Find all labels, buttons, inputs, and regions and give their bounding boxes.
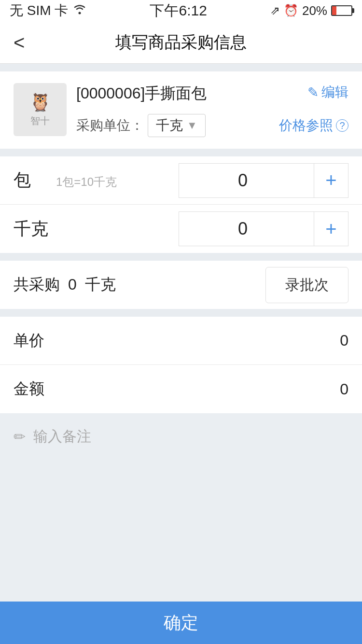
input-divider — [0, 253, 362, 261]
wifi-icon — [73, 3, 86, 18]
status-bar: 无 SIM 卡 下午6:12 ⇗ ⏰ 20% — [0, 0, 362, 21]
detail-section: 单价 0 金额 0 — [0, 317, 362, 413]
carrier-text: 无 SIM 卡 — [10, 1, 68, 20]
back-button[interactable]: < — [14, 33, 25, 52]
bag-input-right: + — [179, 163, 348, 198]
kg-input-row: 千克 + — [0, 205, 362, 253]
bag-input[interactable] — [179, 163, 314, 198]
bottom-space — [0, 460, 362, 605]
record-batch-button[interactable]: 录批次 — [265, 267, 348, 303]
product-info: [0000006]手撕面包 ✎ 编辑 采购单位： 千克 ▼ 价格参照 ? — [76, 83, 348, 137]
remark-placeholder: 输入备注 — [33, 427, 91, 447]
product-header: [0000006]手撕面包 ✎ 编辑 — [76, 83, 348, 104]
kg-input-right: + — [179, 211, 348, 246]
summary-section: 共采购 0 千克 录批次 — [0, 261, 362, 309]
kg-label: 千克 — [14, 217, 52, 241]
unit-price-row: 单价 0 — [0, 317, 362, 365]
product-unit-row: 采购单位： 千克 ▼ 价格参照 ? — [76, 114, 348, 137]
kg-plus-button[interactable]: + — [314, 211, 348, 246]
input-section: 包 1包=10千克 + 千克 + — [0, 156, 362, 253]
location-icon: ⇗ — [270, 4, 280, 17]
summary-text: 共采购 0 千克 — [14, 274, 116, 295]
edit-icon: ✎ — [307, 84, 319, 100]
svg-point-0 — [79, 12, 81, 14]
summary-value: 0 — [68, 276, 77, 293]
battery-icon — [331, 5, 352, 16]
edit-label: 编辑 — [321, 83, 348, 101]
bag-label: 包 — [14, 168, 52, 192]
summary-row: 共采购 0 千克 录批次 — [0, 261, 362, 309]
status-left: 无 SIM 卡 — [10, 1, 86, 20]
status-time: 下午6:12 — [150, 1, 207, 21]
summary-prefix: 共采购 — [14, 276, 60, 293]
unit-value: 千克 — [156, 116, 183, 135]
remark-section[interactable]: ✏ 输入备注 — [0, 413, 362, 460]
amount-value: 0 — [340, 380, 348, 398]
unit-price-label: 单价 — [14, 330, 44, 351]
bag-input-row: 包 1包=10千克 + — [0, 156, 362, 205]
bag-sublabel: 1包=10千克 — [56, 174, 117, 190]
product-name: [0000006]手撕面包 — [76, 83, 207, 104]
price-ref-help-icon: ? — [336, 119, 348, 132]
product-brand-text: 智十 — [30, 114, 50, 127]
product-divider — [0, 149, 362, 156]
price-ref-button[interactable]: 价格参照 ? — [279, 116, 348, 135]
summary-unit: 千克 — [85, 276, 116, 293]
battery-percentage: 20% — [302, 3, 327, 18]
top-divider — [0, 64, 362, 71]
page-title: 填写商品采购信息 — [115, 31, 247, 54]
product-card: 🦉 智十 [0000006]手撕面包 ✎ 编辑 采购单位： 千克 ▼ — [0, 71, 362, 149]
nav-bar: < 填写商品采购信息 — [0, 21, 362, 64]
kg-input[interactable] — [179, 211, 314, 246]
product-owl-icon: 🦉 — [29, 92, 51, 112]
unit-price-value: 0 — [340, 332, 348, 350]
confirm-button-label: 确定 — [164, 611, 198, 635]
edit-button[interactable]: ✎ 编辑 — [307, 83, 348, 101]
price-ref-label: 价格参照 — [279, 116, 333, 135]
confirm-button[interactable]: 确定 — [0, 602, 362, 644]
unit-label: 采购单位： — [76, 116, 144, 135]
alarm-icon: ⏰ — [284, 4, 298, 17]
amount-label: 金额 — [14, 378, 44, 400]
status-right: ⇗ ⏰ 20% — [270, 3, 352, 18]
unit-select[interactable]: 千克 ▼ — [148, 114, 206, 137]
unit-dropdown-icon: ▼ — [187, 119, 197, 132]
pencil-icon: ✏ — [14, 428, 26, 445]
bag-plus-button[interactable]: + — [314, 163, 348, 198]
amount-row: 金额 0 — [0, 365, 362, 413]
product-image: 🦉 智十 — [14, 83, 67, 136]
summary-divider — [0, 309, 362, 317]
